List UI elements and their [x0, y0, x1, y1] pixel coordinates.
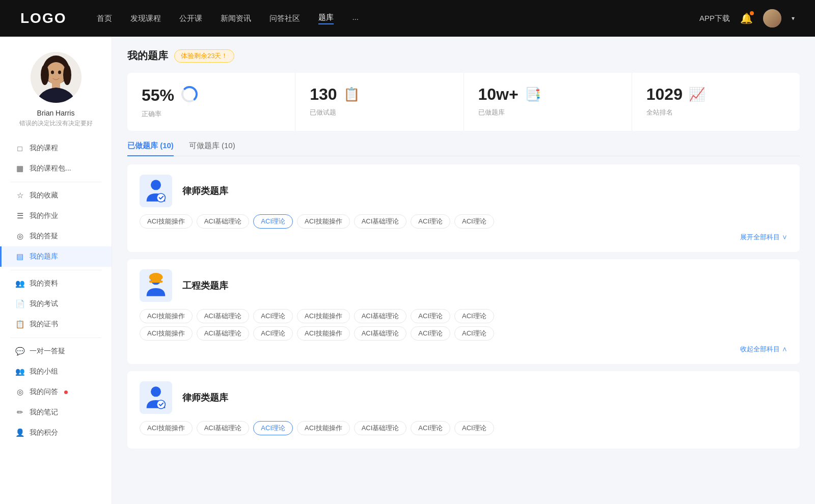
expand-link-1[interactable]: 展开全部科目 ∨	[140, 233, 787, 242]
svg-point-6	[51, 71, 54, 74]
banks-value: 10w+	[478, 85, 519, 104]
tag-2b-1[interactable]: ACI基础理论	[197, 326, 250, 341]
tag-2b-0[interactable]: ACI技能操作	[140, 326, 193, 341]
sidebar-motto: 错误的决定比没有决定要好	[19, 119, 93, 128]
tag-3-4[interactable]: ACI基础理论	[354, 421, 407, 435]
qbank-title-2: 工程类题库	[182, 279, 228, 292]
lawyer-icon-2	[143, 384, 169, 411]
svg-rect-14	[149, 281, 163, 283]
nav-news[interactable]: 新闻资讯	[221, 14, 251, 23]
tag-3-6[interactable]: ACI理论	[454, 421, 494, 435]
sidebar-item-my-homework[interactable]: ☰ 我的作业	[0, 206, 112, 226]
accuracy-label: 正确率	[142, 109, 281, 119]
avatar[interactable]	[763, 9, 781, 27]
tag-3-0[interactable]: ACI技能操作	[140, 421, 193, 435]
tab-available-banks[interactable]: 可做题库 (10)	[189, 141, 235, 156]
tag-1-6[interactable]: ACI理论	[454, 214, 494, 229]
tag-1-2[interactable]: ACI理论	[253, 214, 293, 229]
nav-opencourse[interactable]: 公开课	[179, 14, 202, 23]
tag-2b-5[interactable]: ACI理论	[411, 326, 450, 341]
lawyer-bank-icon-2	[140, 381, 172, 414]
sidebar-item-my-exam[interactable]: 📄 我的考试	[0, 294, 112, 314]
sidebar-item-my-qbank[interactable]: ▤ 我的题库	[0, 246, 112, 267]
nav-home[interactable]: 首页	[97, 14, 112, 23]
course-pkg-icon: ▦	[15, 164, 24, 173]
exam-icon: 📄	[15, 299, 24, 309]
sidebar-item-my-data[interactable]: 👥 我的资料	[0, 273, 112, 294]
sidebar-item-my-group[interactable]: 👥 我的小组	[0, 361, 112, 382]
svg-point-10	[151, 180, 161, 190]
sidebar-item-my-qa[interactable]: ◎ 我的答疑	[0, 226, 112, 246]
qbank-title-1: 律师类题库	[182, 185, 228, 197]
trial-badge: 体验剩余23天！	[174, 49, 234, 63]
cert-icon: 📋	[15, 320, 24, 329]
tag-2b-6[interactable]: ACI理论	[454, 326, 494, 341]
nav-qbank[interactable]: 题库	[318, 13, 334, 24]
homework-icon: ☰	[15, 211, 24, 220]
tag-2-4[interactable]: ACI基础理论	[354, 309, 407, 323]
tag-2b-4[interactable]: ACI基础理论	[354, 326, 407, 341]
sidebar-item-one-on-one[interactable]: 💬 一对一答疑	[0, 341, 112, 361]
group-icon: 👥	[15, 367, 24, 376]
sidebar-item-my-cert[interactable]: 📋 我的证书	[0, 314, 112, 334]
stat-done: 130 📋 已做试题	[295, 73, 464, 131]
qbank-card-lawyer-1: 律师类题库 ACI技能操作 ACI基础理论 ACI理论 ACI技能操作 ACI基…	[127, 164, 800, 252]
tag-3-1[interactable]: ACI基础理论	[197, 421, 250, 435]
tag-2-3[interactable]: ACI技能操作	[297, 309, 350, 323]
done-label: 已做试题	[310, 108, 449, 117]
sidebar-avatar	[31, 52, 82, 103]
stat-rank: 1029 📈 全站排名	[632, 73, 800, 131]
sidebar-item-my-points[interactable]: 👤 我的积分	[0, 423, 112, 443]
stat-banks-done: 10w+ 📑 已做题库	[464, 73, 632, 131]
tag-2b-3[interactable]: ACI技能操作	[297, 326, 350, 341]
sidebar-item-my-notes[interactable]: ✏ 我的笔记	[0, 402, 112, 423]
collapse-link-2[interactable]: 收起全部科目 ∧	[140, 345, 787, 354]
avatar-image	[763, 9, 781, 27]
engineer-bank-icon	[140, 269, 172, 302]
nav-discover[interactable]: 发现课程	[130, 14, 161, 23]
tag-2-2[interactable]: ACI理论	[253, 309, 293, 323]
tag-2-6[interactable]: ACI理论	[454, 309, 494, 323]
lawyer-bank-icon	[140, 175, 172, 207]
svg-point-13	[149, 273, 163, 282]
svg-point-16	[157, 400, 166, 409]
tag-1-1[interactable]: ACI基础理论	[197, 214, 250, 229]
sidebar-item-my-fav[interactable]: ☆ 我的收藏	[0, 185, 112, 206]
sidebar: Brian Harris 错误的决定比没有决定要好 □ 我的课程 ▦ 我的课程包…	[0, 37, 112, 504]
nav-qa[interactable]: 问答社区	[269, 14, 300, 23]
tag-1-5[interactable]: ACI理论	[411, 214, 450, 229]
sidebar-item-my-course[interactable]: □ 我的课程	[0, 138, 112, 158]
tags-row-3: ACI技能操作 ACI基础理论 ACI理论 ACI技能操作 ACI基础理论 AC…	[140, 421, 787, 435]
course-icon: □	[15, 144, 24, 153]
bell-icon[interactable]: 🔔	[740, 12, 753, 24]
rank-value: 1029	[646, 85, 683, 104]
page-header: 我的题库 体验剩余23天！	[127, 49, 800, 63]
tag-3-5[interactable]: ACI理论	[411, 421, 450, 435]
tag-1-3[interactable]: ACI技能操作	[297, 214, 350, 229]
tag-3-3[interactable]: ACI技能操作	[297, 421, 350, 435]
tag-2b-2[interactable]: ACI理论	[253, 326, 293, 341]
done-value: 130	[310, 85, 337, 104]
tag-3-2[interactable]: ACI理论	[253, 421, 293, 435]
tag-2-1[interactable]: ACI基础理论	[197, 309, 250, 323]
qbank-icon: ▤	[15, 252, 24, 261]
tag-2-0[interactable]: ACI技能操作	[140, 309, 193, 323]
tag-2-5[interactable]: ACI理论	[411, 309, 450, 323]
tags-row-2b: ACI技能操作 ACI基础理论 ACI理论 ACI技能操作 ACI基础理论 AC…	[140, 326, 787, 341]
tab-done-banks[interactable]: 已做题库 (10)	[127, 141, 174, 156]
tag-1-4[interactable]: ACI基础理论	[354, 214, 407, 229]
chevron-down-icon[interactable]: ▾	[792, 15, 795, 22]
bell-notification-dot	[750, 11, 754, 15]
tags-row-2a: ACI技能操作 ACI基础理论 ACI理论 ACI技能操作 ACI基础理论 AC…	[140, 309, 787, 323]
nav-more[interactable]: ···	[352, 14, 359, 23]
questions-icon: ◎	[15, 387, 24, 397]
page-title: 我的题库	[127, 49, 168, 63]
notes-icon: ✏	[15, 408, 24, 417]
app-download-btn[interactable]: APP下载	[699, 14, 730, 23]
main-content: 我的题库 体验剩余23天！ 55% 正确率	[112, 37, 815, 504]
data-icon: 👥	[15, 279, 24, 288]
tag-1-0[interactable]: ACI技能操作	[140, 214, 193, 229]
sidebar-item-my-questions[interactable]: ◎ 我的问答	[0, 382, 112, 402]
points-icon: 👤	[15, 428, 24, 437]
sidebar-item-my-course-pkg[interactable]: ▦ 我的课程包...	[0, 158, 112, 179]
